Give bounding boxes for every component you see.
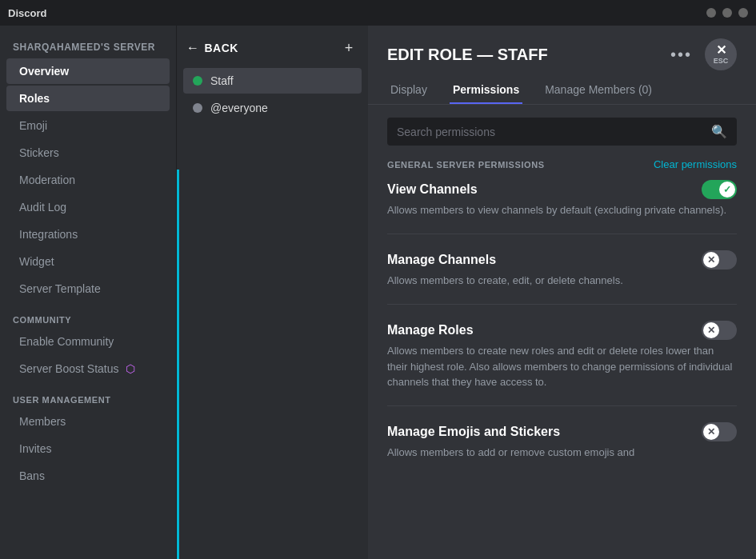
- search-bar[interactable]: 🔍: [387, 118, 737, 146]
- sidebar-item-label: Server Boost Status: [19, 362, 119, 375]
- sidebar-item-server-template[interactable]: Server Template: [6, 276, 170, 301]
- back-icon: ←: [186, 41, 200, 55]
- middle-panel-header: ← BACK +: [177, 38, 368, 67]
- sidebar-item-label: Roles: [19, 92, 50, 105]
- permission-desc: Allows members to create new roles and e…: [387, 345, 732, 387]
- permission-name: Manage Channels: [387, 253, 496, 267]
- sidebar-item-bans[interactable]: Bans: [6, 463, 170, 489]
- tab-display[interactable]: Display: [387, 77, 430, 104]
- edit-role-header: EDIT ROLE — STAFF ••• ✕ ESC: [368, 26, 756, 70]
- permission-row: Manage Roles ✕: [387, 321, 737, 340]
- toggle-knob: ✕: [703, 322, 719, 338]
- section-title: GENERAL SERVER PERMISSIONS: [387, 160, 545, 170]
- sidebar-item-label: Audit Log: [19, 201, 66, 214]
- sidebar: SHARQAHAMEED'S SERVER Overview Roles Emo…: [0, 26, 176, 559]
- clear-permissions-button[interactable]: Clear permissions: [654, 158, 737, 170]
- esc-button[interactable]: ✕ ESC: [705, 38, 737, 70]
- permission-name: View Channels: [387, 182, 478, 197]
- tab-permissions[interactable]: Permissions: [450, 77, 522, 104]
- window-controls: [706, 8, 748, 18]
- permission-desc: Allows members to create, edit, or delet…: [387, 274, 623, 286]
- sidebar-item-label: Enable Community: [19, 335, 114, 348]
- sidebar-item-emoji[interactable]: Emoji: [6, 113, 170, 138]
- server-name: SHARQAHAMEED'S SERVER: [0, 35, 176, 58]
- app-container: SHARQAHAMEED'S SERVER Overview Roles Emo…: [0, 26, 756, 559]
- sidebar-item-invites[interactable]: Invites: [6, 436, 170, 461]
- general-permissions-section-header: GENERAL SERVER PERMISSIONS Clear permiss…: [387, 158, 737, 170]
- sidebar-item-label: Server Template: [19, 282, 101, 295]
- role-item-everyone[interactable]: @everyone: [183, 95, 362, 121]
- sidebar-item-stickers[interactable]: Stickers: [6, 140, 170, 166]
- middle-panel: ← BACK + Staff @everyone: [176, 26, 368, 559]
- permission-name: Manage Roles: [387, 323, 474, 337]
- role-dot-green: [193, 76, 202, 86]
- manage-emojis-toggle[interactable]: ✕: [702, 422, 737, 441]
- check-icon: ✓: [723, 184, 731, 195]
- manage-roles-toggle[interactable]: ✕: [702, 321, 737, 340]
- sidebar-item-members[interactable]: Members: [6, 409, 170, 434]
- permission-desc: Allows members to add or remove custom e…: [387, 446, 634, 458]
- toggle-knob: ✕: [703, 252, 719, 268]
- x-icon: ✕: [707, 426, 715, 437]
- role-label: @everyone: [210, 102, 268, 114]
- add-role-button[interactable]: +: [339, 38, 358, 58]
- cyan-accent-line: [177, 170, 179, 559]
- permission-name: Manage Emojis and Stickers: [387, 425, 560, 439]
- back-label: BACK: [205, 42, 238, 54]
- sidebar-item-server-boost[interactable]: Server Boost Status ⬡: [6, 356, 170, 381]
- permissions-content: 🔍 GENERAL SERVER PERMISSIONS Clear permi…: [368, 105, 756, 559]
- sidebar-item-label: Stickers: [19, 146, 59, 159]
- sidebar-item-label: Overview: [19, 65, 69, 78]
- role-label: Staff: [210, 74, 234, 87]
- tab-manage-members[interactable]: Manage Members (0): [542, 77, 655, 104]
- x-icon: ✕: [707, 254, 715, 266]
- back-button[interactable]: ← BACK: [186, 41, 238, 55]
- toggle-knob: ✕: [703, 424, 719, 440]
- permission-manage-emojis: Manage Emojis and Stickers ✕ Allows memb…: [387, 422, 737, 476]
- sidebar-item-label: Integrations: [19, 228, 78, 241]
- permission-row: Manage Channels ✕: [387, 250, 737, 270]
- main-content: EDIT ROLE — STAFF ••• ✕ ESC Display Perm…: [368, 26, 756, 559]
- edit-role-title: EDIT ROLE — STAFF: [387, 46, 548, 64]
- community-section-header: COMMUNITY: [0, 302, 176, 328]
- app-title: Discord: [8, 7, 46, 19]
- manage-channels-toggle[interactable]: ✕: [702, 250, 737, 270]
- sidebar-item-moderation[interactable]: Moderation: [6, 167, 170, 193]
- boost-icon: ⬡: [126, 362, 135, 375]
- permission-row: View Channels ✓: [387, 180, 737, 199]
- sidebar-item-overview[interactable]: Overview: [6, 58, 170, 84]
- sidebar-item-label: Invites: [19, 442, 51, 455]
- permission-manage-roles: Manage Roles ✕ Allows members to create …: [387, 321, 737, 406]
- esc-label: ESC: [714, 57, 729, 65]
- sidebar-item-enable-community[interactable]: Enable Community: [6, 329, 170, 354]
- view-channels-toggle[interactable]: ✓: [702, 180, 737, 199]
- tabs: Display Permissions Manage Members (0): [368, 70, 756, 105]
- user-management-section-header: USER MANAGEMENT: [0, 382, 176, 408]
- close-window-button[interactable]: [738, 8, 748, 18]
- sidebar-item-label: Emoji: [19, 119, 47, 132]
- sidebar-item-label: Members: [19, 415, 66, 428]
- permission-row: Manage Emojis and Stickers ✕: [387, 422, 737, 441]
- role-dot-gray: [193, 103, 202, 113]
- minimize-button[interactable]: [706, 8, 716, 18]
- title-bar: Discord: [0, 0, 756, 26]
- search-icon: 🔍: [711, 124, 727, 139]
- x-icon: ✕: [707, 325, 715, 336]
- sidebar-item-integrations[interactable]: Integrations: [6, 222, 170, 247]
- close-icon: ✕: [716, 44, 726, 57]
- sidebar-item-label: Widget: [19, 255, 54, 268]
- sidebar-item-roles[interactable]: Roles: [6, 86, 170, 111]
- role-item-staff[interactable]: Staff: [183, 68, 362, 94]
- permission-manage-channels: Manage Channels ✕ Allows members to crea…: [387, 250, 737, 305]
- header-right: ••• ✕ ESC: [670, 38, 737, 70]
- toggle-knob: ✓: [719, 182, 735, 198]
- sidebar-item-widget[interactable]: Widget: [6, 249, 170, 274]
- more-options-button[interactable]: •••: [670, 46, 692, 64]
- search-input[interactable]: [397, 126, 711, 138]
- sidebar-item-label: Moderation: [19, 174, 75, 186]
- permission-view-channels: View Channels ✓ Allows members to view c…: [387, 180, 737, 234]
- sidebar-item-label: Bans: [19, 469, 45, 482]
- permission-desc: Allows members to view channels by defau…: [387, 204, 726, 216]
- sidebar-item-audit-log[interactable]: Audit Log: [6, 194, 170, 220]
- maximize-button[interactable]: [722, 8, 732, 18]
